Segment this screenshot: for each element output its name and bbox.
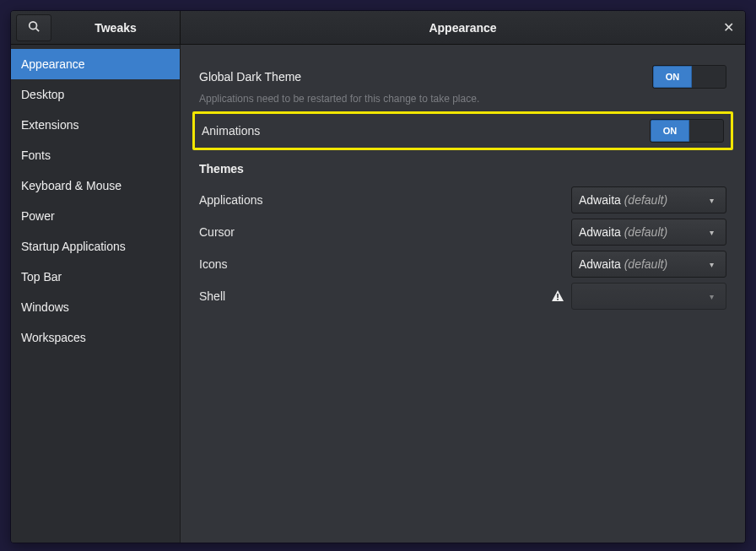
theme-label: Icons: [199, 257, 571, 271]
combo-default-suffix: (default): [624, 257, 667, 271]
sidebar-item-fonts[interactable]: Fonts: [11, 140, 180, 170]
theme-combo-cursor[interactable]: Adwaita (default)▾: [571, 219, 726, 246]
theme-combo-shell: ▾: [571, 283, 726, 310]
svg-rect-3: [557, 299, 559, 300]
themes-heading: Themes: [199, 162, 726, 176]
search-icon: [28, 20, 40, 35]
animations-label: Animations: [202, 124, 650, 138]
titlebar: Tweaks Appearance ✕: [11, 11, 745, 45]
sidebar-item-top-bar[interactable]: Top Bar: [11, 262, 180, 292]
animations-row-highlight: Animations ON: [192, 111, 733, 150]
sidebar-item-windows[interactable]: Windows: [11, 292, 180, 322]
sidebar-item-workspaces[interactable]: Workspaces: [11, 322, 180, 353]
chevron-down-icon: ▾: [704, 292, 719, 301]
svg-rect-2: [557, 294, 559, 298]
sidebar-item-extensions[interactable]: Extensions: [11, 110, 180, 140]
combo-default-suffix: (default): [624, 225, 667, 239]
theme-row-applications: ApplicationsAdwaita (default)▾: [199, 184, 726, 216]
sidebar-item-keyboard-mouse[interactable]: Keyboard & Mouse: [11, 170, 180, 201]
theme-label: Shell: [199, 289, 551, 303]
theme-label: Applications: [199, 193, 571, 207]
global-dark-theme-label: Global Dark Theme: [199, 70, 652, 84]
switch-on-label: ON: [651, 120, 689, 142]
animations-switch[interactable]: ON: [650, 119, 724, 143]
combo-value: Adwaita (default): [579, 225, 704, 239]
app-title: Tweaks: [51, 21, 180, 35]
sidebar-item-desktop[interactable]: Desktop: [11, 79, 180, 110]
switch-on-label: ON: [653, 66, 692, 88]
theme-combo-applications[interactable]: Adwaita (default)▾: [571, 186, 726, 213]
theme-label: Cursor: [199, 225, 571, 239]
sidebar: AppearanceDesktopExtensionsFontsKeyboard…: [11, 45, 181, 543]
content-pane: Global Dark Theme ON Applications need t…: [181, 45, 745, 543]
titlebar-left: Tweaks: [11, 11, 181, 45]
close-button[interactable]: ✕: [720, 19, 737, 36]
svg-point-0: [30, 22, 37, 30]
theme-combo-icons[interactable]: Adwaita (default)▾: [571, 251, 726, 278]
combo-value: Adwaita (default): [579, 257, 704, 271]
window-body: AppearanceDesktopExtensionsFontsKeyboard…: [11, 45, 745, 543]
theme-row-shell: Shell▾: [199, 280, 726, 312]
tweaks-window: Tweaks Appearance ✕ AppearanceDesktopExt…: [10, 10, 746, 543]
combo-default-suffix: (default): [624, 193, 667, 207]
svg-line-1: [36, 29, 40, 32]
global-dark-theme-row: Global Dark Theme ON: [199, 62, 726, 92]
page-title: Appearance: [181, 21, 745, 35]
theme-row-cursor: CursorAdwaita (default)▾: [199, 216, 726, 248]
chevron-down-icon: ▾: [704, 260, 719, 269]
titlebar-right: Appearance ✕: [181, 11, 745, 45]
chevron-down-icon: ▾: [704, 196, 719, 205]
switch-off-handle: [692, 66, 726, 88]
sidebar-item-startup-applications[interactable]: Startup Applications: [11, 231, 180, 262]
combo-value: Adwaita (default): [579, 193, 704, 207]
sidebar-item-power[interactable]: Power: [11, 201, 180, 231]
warning-icon: [551, 289, 564, 303]
sidebar-item-appearance[interactable]: Appearance: [11, 49, 180, 79]
search-button[interactable]: [16, 14, 51, 41]
close-icon: ✕: [723, 21, 734, 35]
chevron-down-icon: ▾: [704, 228, 719, 237]
global-dark-theme-switch[interactable]: ON: [652, 65, 726, 89]
theme-row-icons: IconsAdwaita (default)▾: [199, 248, 726, 280]
global-dark-theme-hint: Applications need to be restarted for th…: [199, 93, 726, 105]
switch-off-handle: [689, 120, 723, 142]
